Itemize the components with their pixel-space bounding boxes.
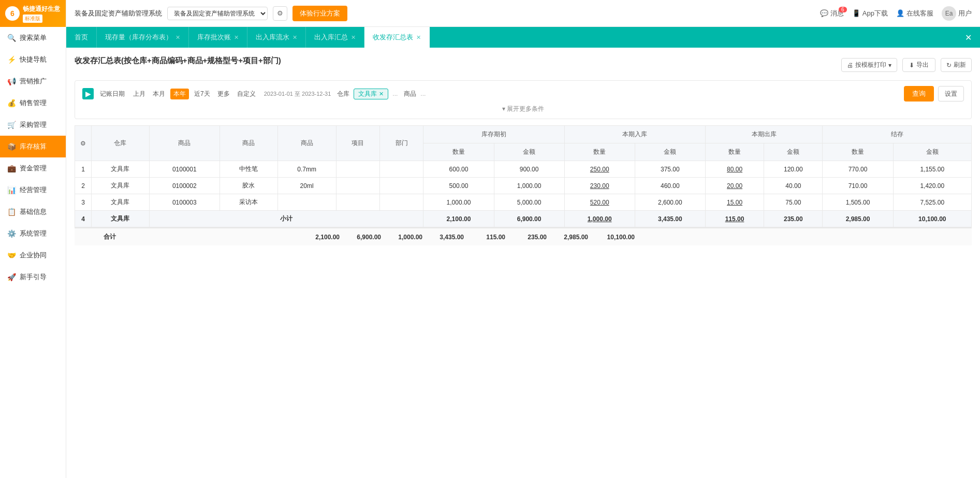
newbie-icon: 🚀	[7, 273, 16, 281]
cell-name: 中性笔	[220, 161, 277, 178]
refresh-button[interactable]: ↻ 刷新	[941, 58, 972, 72]
tab-close-inout-flow[interactable]: ✕	[292, 34, 297, 41]
tab-inout-flow[interactable]: 出入库流水✕	[247, 27, 306, 48]
user-label: 用户	[958, 9, 972, 18]
filter-area: ▶ 记账日期 上月本月本年近7天更多自定义 2023-01-01 至 2023-…	[75, 80, 972, 119]
chevron-down-icon: ▾	[502, 105, 505, 112]
th-opening-amt: 金额	[494, 143, 564, 161]
cell-index: 1	[75, 161, 92, 178]
cell-out-qty[interactable]: 80.00	[705, 161, 764, 178]
sidebar-item-marketing[interactable]: 📢营销推广	[0, 70, 66, 92]
cell-spec: 0.7mm	[277, 161, 336, 178]
page-title: 收发存汇总表(按仓库+商品编码+商品+规格型号+项目+部门)	[75, 56, 281, 66]
subtotal-out-qty[interactable]: 115.00	[705, 211, 764, 227]
th-warehouse: 仓库	[92, 126, 150, 161]
sidebar-item-inventory[interactable]: 📦库存核算	[0, 136, 66, 157]
sidebar-label-purchase: 采购管理	[20, 120, 47, 129]
export-button[interactable]: ⬇ 导出	[902, 58, 935, 72]
sidebar-item-finance[interactable]: 💼资金管理	[0, 157, 66, 179]
tab-home[interactable]: 首页	[66, 27, 97, 48]
cell-out-qty[interactable]: 15.00	[705, 194, 764, 211]
total-in-amt: 3,435.00	[426, 234, 467, 241]
goods-more[interactable]: ...	[420, 90, 426, 97]
cell-in-qty[interactable]: 230.00	[564, 178, 635, 194]
cell-opening-qty: 600.00	[423, 161, 494, 178]
goods-label: 商品	[404, 90, 416, 98]
query-button[interactable]: 查询	[904, 86, 934, 102]
date-btn-本年[interactable]: 本年	[170, 89, 189, 99]
sidebar-item-system[interactable]: ⚙️系统管理	[0, 223, 66, 244]
sidebar-item-collab[interactable]: 🤝企业协同	[0, 244, 66, 266]
cell-warehouse: 文具库	[92, 161, 150, 178]
tab-close-batch[interactable]: ✕	[234, 34, 239, 41]
cell-opening-qty: 500.00	[423, 178, 494, 194]
th-dept: 部门	[380, 126, 423, 161]
cell-code: 0100002	[149, 178, 220, 194]
sidebar-label-search: 搜索菜单	[20, 33, 47, 42]
cell-close-qty: 1,505.00	[823, 194, 893, 211]
collab-icon: 🤝	[7, 251, 16, 259]
cell-opening-amt: 5,000.00	[494, 194, 564, 211]
th-name: 商品	[220, 126, 277, 161]
th-close-qty: 数量	[823, 143, 893, 161]
online-service-item[interactable]: 👤 在线客服	[896, 9, 933, 18]
tab-inout-summary[interactable]: 出入库汇总✕	[306, 27, 364, 48]
th-settings[interactable]: ⚙	[75, 126, 92, 161]
date-btn-近7天[interactable]: 近7天	[192, 89, 212, 99]
sidebar-item-newbie[interactable]: 🚀新手引导	[0, 266, 66, 288]
tab-close-recv-send-summary[interactable]: ✕	[416, 34, 421, 41]
page-content: 收发存汇总表(按仓库+商品编码+商品+规格型号+项目+部门) 🖨 按模板打印 ▾…	[66, 48, 980, 478]
app-download-item[interactable]: 📱 App下载	[852, 9, 888, 18]
table-container: ⚙ 仓库 商品 商品 商品 项目 部门 库存期初 本期入库 本期出库 结存	[75, 125, 972, 227]
tab-recv-send-summary[interactable]: 收发存汇总表✕	[364, 27, 430, 48]
cell-in-amt: 375.00	[635, 161, 705, 178]
total-label: 合计	[94, 233, 125, 241]
cell-index: 3	[75, 194, 92, 211]
date-btn-上月[interactable]: 上月	[131, 89, 148, 99]
tab-stock-dist[interactable]: 现存量（库存分布表）✕	[97, 27, 189, 48]
sidebar-item-search[interactable]: 🔍搜索菜单	[0, 27, 66, 49]
tab-label-inout-flow: 出入库流水	[256, 33, 289, 42]
date-btn-更多[interactable]: 更多	[215, 89, 232, 99]
cell-out-amt: 120.00	[764, 161, 823, 178]
warehouse-more[interactable]: ...	[392, 90, 398, 97]
tab-close-inout-summary[interactable]: ✕	[351, 34, 356, 41]
notification-item[interactable]: 💬 消息 6	[820, 9, 844, 18]
sidebar-item-quicknav[interactable]: ⚡快捷导航	[0, 49, 66, 70]
sidebar-item-purchase[interactable]: 🛒采购管理	[0, 114, 66, 136]
subtotal-out-amt: 235.00	[764, 211, 823, 227]
cell-code: 0100001	[149, 161, 220, 178]
sales-icon: 💰	[7, 99, 16, 107]
print-button[interactable]: 🖨 按模板打印 ▾	[841, 58, 897, 72]
warehouse-tag-close-icon[interactable]: ✕	[379, 91, 384, 97]
cell-in-qty[interactable]: 250.00	[564, 161, 635, 178]
cell-in-qty[interactable]: 520.00	[564, 194, 635, 211]
expand-button[interactable]: ▾ 展开更多条件	[502, 105, 544, 113]
cell-out-qty[interactable]: 20.00	[705, 178, 764, 194]
system-select[interactable]: 装备及固定资产辅助管理系统	[167, 7, 268, 20]
th-opening-qty: 数量	[423, 143, 494, 161]
cell-close-amt: 1,155.00	[893, 161, 971, 178]
sidebar-item-sales[interactable]: 💰销售管理	[0, 92, 66, 114]
th-out-amt: 金额	[764, 143, 823, 161]
user-item[interactable]: Ea 用户	[942, 6, 972, 21]
trial-button[interactable]: 体验行业方案	[292, 6, 347, 21]
tab-close-stock-dist[interactable]: ✕	[175, 34, 180, 41]
sidebar: 6 畅捷通好生意 标准版 🔍搜索菜单⚡快捷导航📢营销推广💰销售管理🛒采购管理📦库…	[0, 0, 66, 478]
sidebar-item-operations[interactable]: 📊经营管理	[0, 179, 66, 201]
sidebar-item-basic[interactable]: 📋基础信息	[0, 201, 66, 223]
tab-batch[interactable]: 库存批次账✕	[189, 27, 247, 48]
settings-gear-icon[interactable]: ⚙	[273, 6, 287, 21]
date-btn-本月[interactable]: 本月	[151, 89, 167, 99]
tabbar-close-icon[interactable]: ✕	[957, 33, 980, 42]
th-code: 商品	[149, 126, 220, 161]
filter-arrow-button[interactable]: ▶	[82, 88, 94, 99]
cell-close-amt: 7,525.00	[893, 194, 971, 211]
date-btn-自定义[interactable]: 自定义	[235, 89, 258, 99]
th-in: 本期入库	[564, 126, 705, 143]
subtotal-in-qty[interactable]: 1,000.00	[564, 211, 635, 227]
subtotal-close-amt: 10,100.00	[893, 211, 971, 227]
tab-label-home: 首页	[75, 33, 88, 42]
filter-setting-button[interactable]: 设置	[938, 86, 964, 102]
sidebar-label-system: 系统管理	[20, 229, 47, 238]
